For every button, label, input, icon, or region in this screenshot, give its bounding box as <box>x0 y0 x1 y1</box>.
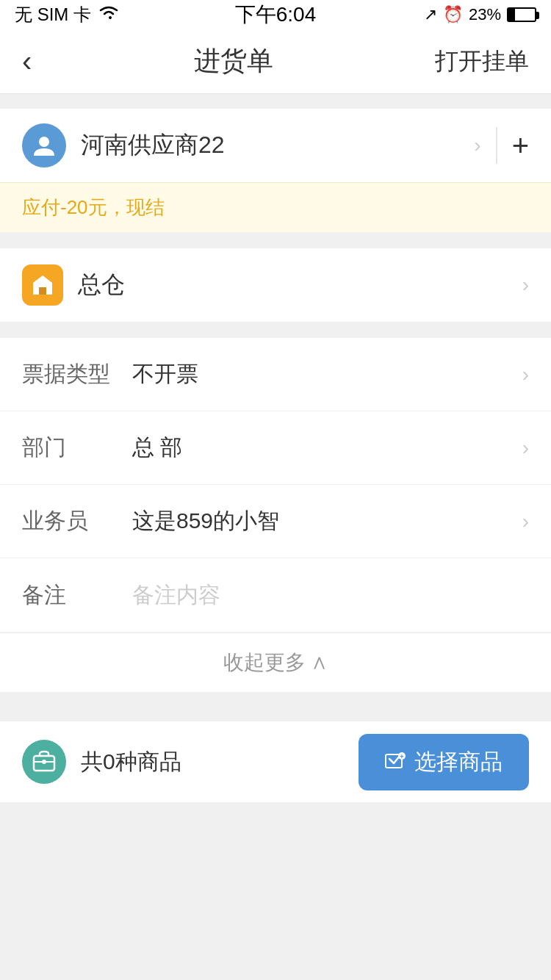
invoice-type-label: 票据类型 <box>22 359 125 389</box>
department-label: 部门 <box>22 433 125 463</box>
remark-input[interactable]: 备注内容 <box>125 580 529 610</box>
back-button[interactable]: ‹ <box>22 45 32 78</box>
collapse-bar[interactable]: 收起更多 ∧ <box>0 633 551 692</box>
notice-text: 应付-20元，现结 <box>22 196 165 218</box>
location-icon: ↗ <box>424 5 437 24</box>
warehouse-name: 总仓 <box>78 269 522 301</box>
page-title: 进货单 <box>194 43 273 79</box>
alarm-icon: ⏰ <box>443 5 463 24</box>
nav-bar: ‹ 进货单 打开挂单 <box>0 29 551 94</box>
supplier-arrow-icon: › <box>474 134 480 157</box>
salesperson-row[interactable]: 业务员 这是859的小智 › <box>0 485 551 558</box>
svg-point-4 <box>42 760 46 764</box>
collapse-label: 收起更多 ∧ <box>223 649 328 677</box>
supplier-avatar <box>22 123 66 167</box>
wifi-icon <box>98 4 119 25</box>
department-value: 总 部 <box>125 433 522 463</box>
svg-point-0 <box>39 137 49 147</box>
select-product-icon: + <box>385 752 407 772</box>
warehouse-arrow-icon: › <box>522 273 529 297</box>
bottom-section: 共0种商品 + 选择商品 <box>0 721 551 802</box>
select-product-label: 选择商品 <box>414 747 503 777</box>
status-time: 下午6:04 <box>235 1 317 29</box>
gap-3 <box>0 322 551 336</box>
department-row[interactable]: 部门 总 部 › <box>0 411 551 485</box>
battery-icon <box>507 7 536 22</box>
notice-bar: 应付-20元，现结 <box>0 182 551 232</box>
supplier-divider <box>496 127 497 164</box>
invoice-type-value: 不开票 <box>125 359 522 389</box>
supplier-section[interactable]: 河南供应商22 › + <box>0 109 551 182</box>
battery-percent: 23% <box>469 5 501 24</box>
svg-text:+: + <box>400 753 403 760</box>
supplier-name: 河南供应商22 <box>81 129 474 162</box>
invoice-type-arrow-icon: › <box>522 363 529 386</box>
remark-row[interactable]: 备注 备注内容 <box>0 558 551 632</box>
status-left: 无 SIM 卡 <box>15 3 119 26</box>
svg-rect-2 <box>39 287 46 295</box>
invoice-type-row[interactable]: 票据类型 不开票 › <box>0 338 551 411</box>
open-pending-button[interactable]: 打开挂单 <box>435 46 529 78</box>
warehouse-icon <box>22 264 63 306</box>
select-product-button[interactable]: + 选择商品 <box>359 734 529 790</box>
salesperson-value: 这是859的小智 <box>125 506 522 536</box>
status-bar: 无 SIM 卡 下午6:04 ↗ ⏰ 23% <box>0 0 551 29</box>
warehouse-section[interactable]: 总仓 › <box>0 248 551 322</box>
add-button[interactable]: + <box>512 129 529 162</box>
carrier-text: 无 SIM 卡 <box>15 3 91 26</box>
product-icon <box>22 740 66 784</box>
product-svg-icon <box>31 749 57 775</box>
product-count: 共0种商品 <box>81 747 359 777</box>
gap-1 <box>0 94 551 109</box>
salesperson-label: 业务员 <box>22 506 125 536</box>
gap-4 <box>0 692 551 707</box>
remark-label: 备注 <box>22 580 125 610</box>
gap-2 <box>0 232 551 247</box>
department-arrow-icon: › <box>522 436 529 460</box>
supplier-avatar-icon <box>31 132 57 159</box>
warehouse-svg-icon <box>30 273 55 298</box>
status-right: ↗ ⏰ 23% <box>424 5 536 24</box>
form-section: 票据类型 不开票 › 部门 总 部 › 业务员 这是859的小智 › 备注 备注… <box>0 338 551 632</box>
page-background <box>0 802 551 980</box>
salesperson-arrow-icon: › <box>522 510 529 533</box>
